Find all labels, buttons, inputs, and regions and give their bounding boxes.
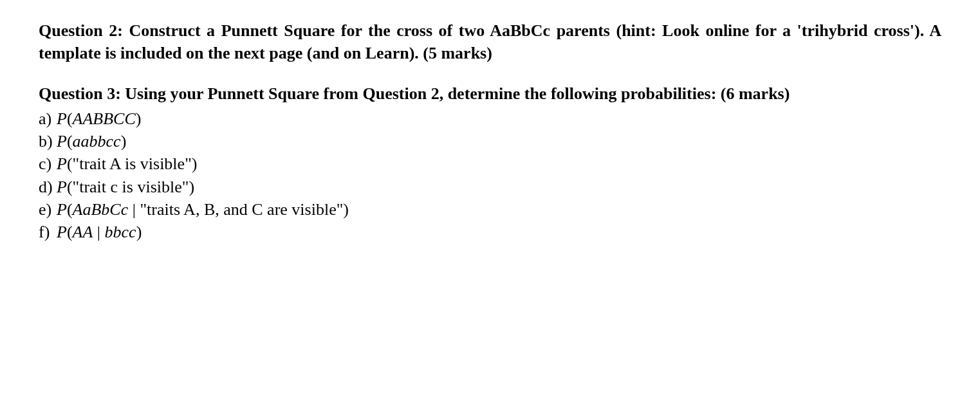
item-a-prefix: P bbox=[57, 109, 67, 128]
question-3: Question 3: Using your Punnett Square fr… bbox=[39, 82, 941, 243]
item-e-open: ( bbox=[67, 200, 73, 219]
item-a-content: AABBCC bbox=[73, 109, 136, 128]
item-e-close: ") bbox=[337, 200, 349, 219]
item-d-content: trait c is visible bbox=[79, 178, 182, 196]
question-3-items: a) P(AABBCC) b) P(aabbcc) c) P("trait A … bbox=[39, 107, 941, 243]
item-f-expression: P(AA | bbcc) bbox=[57, 221, 142, 243]
item-d-open: (" bbox=[67, 178, 79, 196]
question-3-heading: Question 3: Using your Punnett Square fr… bbox=[39, 82, 941, 105]
item-e-expression: P(AaBbCc | "traits A, B, and C are visib… bbox=[57, 198, 349, 221]
item-d-expression: P("trait c is visible") bbox=[57, 176, 194, 198]
item-d: d) P("trait c is visible") bbox=[39, 176, 941, 198]
item-f-mid: | bbox=[93, 223, 104, 241]
item-f-content2: bbcc bbox=[105, 223, 136, 241]
item-d-label: d) bbox=[39, 176, 57, 198]
item-e-content2: traits A, B, and C are visible bbox=[147, 200, 337, 219]
item-b-content: aabbcc bbox=[73, 132, 121, 151]
question-2-text: Question 2: Construct a Punnett Square f… bbox=[39, 19, 941, 64]
question-3-body: Using your Punnett Square from Question … bbox=[125, 84, 790, 103]
item-e-mid: | " bbox=[128, 200, 147, 219]
question-3-label: Question 3: bbox=[39, 84, 121, 103]
item-a-expression: P(AABBCC) bbox=[57, 107, 141, 130]
item-a-label: a) bbox=[39, 107, 57, 130]
item-e-prefix: P bbox=[57, 200, 67, 219]
item-b-expression: P(aabbcc) bbox=[57, 130, 126, 152]
item-c-open: (" bbox=[67, 154, 79, 173]
item-d-prefix: P bbox=[57, 178, 67, 196]
item-a-close: ) bbox=[136, 109, 142, 128]
question-2-label: Question 2: bbox=[39, 21, 123, 40]
item-e: e) P(AaBbCc | "traits A, B, and C are vi… bbox=[39, 198, 941, 221]
item-f-prefix: P bbox=[57, 223, 67, 241]
item-f-label: f) bbox=[39, 221, 57, 243]
item-a-open: ( bbox=[67, 109, 73, 128]
item-f-open: ( bbox=[67, 223, 73, 241]
item-e-content: AaBbCc bbox=[73, 200, 129, 219]
item-c-expression: P("trait A is visible") bbox=[57, 152, 197, 175]
item-c: c) P("trait A is visible") bbox=[39, 152, 941, 175]
item-f-close: ) bbox=[136, 223, 142, 241]
item-e-label: e) bbox=[39, 198, 57, 221]
item-a: a) P(AABBCC) bbox=[39, 107, 941, 130]
item-b: b) P(aabbcc) bbox=[39, 130, 941, 152]
question-2-body: Construct a Punnett Square for the cross… bbox=[39, 21, 941, 62]
item-b-close: ) bbox=[121, 132, 127, 151]
item-b-open: ( bbox=[67, 132, 73, 151]
item-c-close: ") bbox=[185, 154, 197, 173]
item-c-prefix: P bbox=[57, 154, 67, 173]
item-f: f) P(AA | bbcc) bbox=[39, 221, 941, 243]
item-c-content: trait A is visible bbox=[79, 154, 185, 173]
question-2: Question 2: Construct a Punnett Square f… bbox=[39, 19, 941, 64]
item-c-label: c) bbox=[39, 152, 57, 175]
item-d-close: ") bbox=[182, 178, 194, 196]
item-b-label: b) bbox=[39, 130, 57, 152]
item-f-content: AA bbox=[73, 223, 93, 241]
item-b-prefix: P bbox=[57, 132, 67, 151]
